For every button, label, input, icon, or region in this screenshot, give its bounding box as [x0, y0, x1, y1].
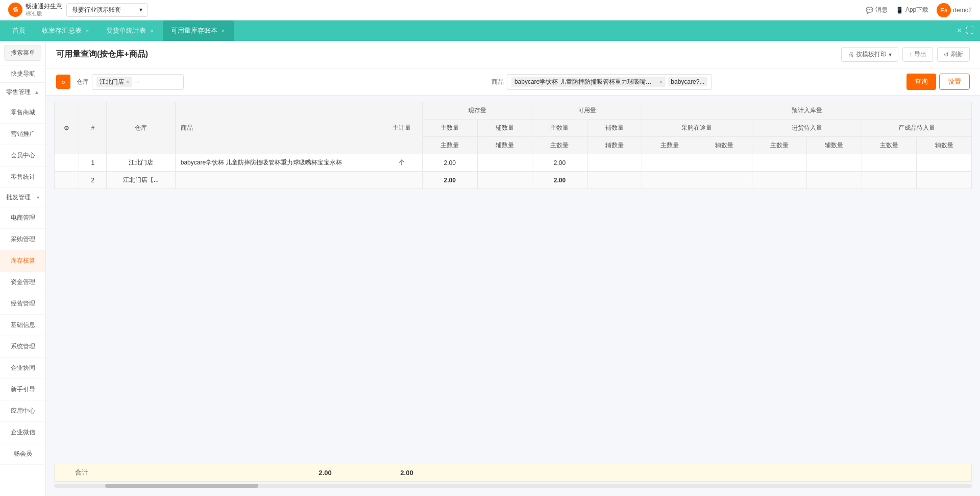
- nav-tab-actions: × ⛶: [957, 20, 976, 41]
- th-purchase-transit: 采购在途量: [642, 120, 752, 137]
- logo-text: 畅捷通好生意: [26, 3, 62, 10]
- sidebar-item-new-guide[interactable]: 新手引导: [0, 379, 45, 400]
- query-btn[interactable]: 查询: [906, 74, 936, 90]
- row2-prp-aux: [917, 172, 972, 189]
- th-product: 商品: [175, 102, 381, 154]
- product-tag-1-text: babycare学饮杯 儿童防摔防撞吸管杯重力球吸嘴杯宝宝水杯: [514, 78, 657, 86]
- horizontal-scrollbar[interactable]: [54, 484, 972, 488]
- warehouse-filter-group: 仓库 江北门店 × ···: [77, 74, 485, 90]
- logo-area: 畅 畅捷通好生意 标准版: [8, 3, 62, 17]
- sidebar-item-wholesale[interactable]: 批发管理 ▾: [0, 188, 45, 207]
- tab-home[interactable]: 首页: [4, 20, 34, 41]
- sidebar-item-operations[interactable]: 经营管理: [0, 293, 45, 315]
- row1-pp-main: [752, 154, 807, 172]
- row2-no: 2: [79, 172, 107, 189]
- product-filter-label: 商品: [492, 78, 504, 86]
- th-forecast: 预计入库量: [642, 102, 972, 120]
- tab-close-all-btn[interactable]: ×: [957, 26, 962, 35]
- table-wrap: ⚙ # 仓库 商品 主计量 现存量 可用量 预计入库量 主数量 辅数量 主数量 …: [46, 96, 980, 496]
- warehouse-filter-label: 仓库: [77, 78, 89, 86]
- tab-receivable[interactable]: 收发存汇总表 ×: [34, 20, 98, 41]
- row1-avail-aux: [587, 154, 642, 172]
- footer-stock-main: 2.00: [305, 469, 346, 477]
- message-icon: 💬: [866, 7, 873, 14]
- industry-label: 母婴行业演示账套: [72, 6, 121, 14]
- message-btn[interactable]: 💬 消息: [866, 6, 888, 14]
- row2-warehouse: 江北门店【...: [107, 172, 176, 189]
- row2-settings: [55, 172, 79, 189]
- sidebar-item-retail-stats[interactable]: 零售统计: [0, 167, 45, 188]
- sidebar-item-purchase[interactable]: 采购管理: [0, 229, 45, 250]
- sidebar-item-enterprise-wechat[interactable]: 企业微信: [0, 422, 45, 443]
- th-no: #: [79, 102, 107, 154]
- sidebar-item-marketing[interactable]: 营销推广: [0, 124, 45, 145]
- print-btn[interactable]: 🖨 按模板打印 ▾: [841, 47, 898, 62]
- sidebar-item-vip[interactable]: 畅会员: [0, 443, 45, 465]
- scrollbar-thumb[interactable]: [105, 484, 258, 488]
- logo-text-wrap: 畅捷通好生意 标准版: [26, 3, 62, 17]
- sidebar-item-system-label: 系统管理: [11, 342, 35, 351]
- row2-product: [175, 172, 381, 189]
- sidebar-quick-nav[interactable]: 快捷导航: [0, 65, 45, 83]
- sidebar-item-enterprise[interactable]: 企业协同: [0, 358, 45, 379]
- filter-toggle-btn[interactable]: »: [56, 75, 70, 89]
- product-filter-group: 商品 babycare学饮杯 儿童防摔防撞吸管杯重力球吸嘴杯宝宝水杯 × bab…: [492, 74, 900, 90]
- warehouse-ellipsis[interactable]: ···: [134, 78, 139, 85]
- row2-unit: [381, 172, 423, 189]
- print-label: 按模板打印: [856, 50, 887, 59]
- content-area: 可用量查询(按仓库+商品) 🖨 按模板打印 ▾ ↑ 导出 ↺ 刷新 »: [46, 41, 980, 496]
- row2-prp-main: [862, 172, 917, 189]
- app-download-btn[interactable]: 📱 App下载: [896, 6, 928, 14]
- tab-receivable-close[interactable]: ×: [85, 27, 90, 35]
- sidebar-item-base-info[interactable]: 基础信息: [0, 315, 45, 336]
- sidebar-item-marketing-label: 营销推广: [11, 130, 35, 138]
- th-purchase-pending: 进货待入量: [752, 120, 862, 137]
- tab-inventory-close[interactable]: ×: [220, 27, 226, 35]
- sidebar-item-retail[interactable]: 零售管理 ▲: [0, 83, 45, 102]
- th-product-pending: 产成品待入量: [862, 120, 971, 137]
- chevron-icon-2: ▾: [37, 195, 39, 200]
- logo-subtext: 标准版: [26, 10, 62, 17]
- sidebar-item-enterprise-wechat-label: 企业微信: [11, 428, 35, 437]
- message-label: 消息: [875, 6, 888, 14]
- product-tag-1-remove[interactable]: ×: [659, 79, 663, 85]
- sidebar-item-retail-mall-label: 零售商城: [11, 108, 35, 117]
- sidebar-item-system[interactable]: 系统管理: [0, 336, 45, 358]
- tab-inventory[interactable]: 可用量库存账本 ×: [163, 20, 234, 41]
- industry-selector[interactable]: 母婴行业演示账套 ▾: [66, 3, 148, 17]
- tab-requisition[interactable]: 要货单统计表 ×: [98, 20, 162, 41]
- refresh-btn[interactable]: ↺ 刷新: [937, 47, 970, 62]
- sidebar-item-app-center[interactable]: 应用中心: [0, 400, 45, 422]
- row1-pp-aux: [807, 154, 862, 172]
- sidebar-item-retail-stats-label: 零售统计: [11, 173, 35, 181]
- row2-stock-main: 2.00: [422, 172, 477, 189]
- export-btn[interactable]: ↑ 导出: [902, 47, 933, 62]
- product-tag-2-text: babycare?...: [671, 78, 704, 85]
- product-filter-input[interactable]: babycare学饮杯 儿童防摔防撞吸管杯重力球吸嘴杯宝宝水杯 × babyca…: [507, 74, 712, 90]
- tab-expand-btn[interactable]: ⛶: [966, 26, 974, 35]
- main-layout: 搜索菜单 快捷导航 零售管理 ▲ 零售商城 营销推广 会员中心 零售统计 批发管…: [0, 41, 980, 496]
- chevron-down-icon: ▾: [139, 6, 142, 13]
- th-avail-main2: 主数量: [532, 137, 587, 154]
- warehouse-tag-1-remove[interactable]: ×: [126, 79, 129, 85]
- sidebar-item-inventory-check[interactable]: 库存核算: [0, 250, 45, 272]
- logo-icon: 畅: [8, 3, 22, 17]
- sidebar-item-retail-mall[interactable]: 零售商城: [0, 102, 45, 124]
- sidebar-item-ecommerce[interactable]: 电商管理: [0, 207, 45, 229]
- row1-prp-aux: [917, 154, 972, 172]
- page-header: 可用量查询(按仓库+商品) 🖨 按模板打印 ▾ ↑ 导出 ↺ 刷新: [46, 41, 980, 68]
- setting-btn[interactable]: 设置: [939, 74, 970, 90]
- user-profile[interactable]: Ea demo2: [937, 3, 972, 17]
- page-header-actions: 🖨 按模板打印 ▾ ↑ 导出 ↺ 刷新: [841, 47, 970, 62]
- product-tag-1: babycare学饮杯 儿童防摔防撞吸管杯重力球吸嘴杯宝宝水杯 ×: [511, 77, 666, 87]
- tab-requisition-close[interactable]: ×: [149, 27, 154, 35]
- th-pit-main: 主数量: [642, 137, 697, 154]
- sidebar-search-btn[interactable]: 搜索菜单: [4, 45, 41, 61]
- sidebar-item-member[interactable]: 会员中心: [0, 145, 45, 167]
- th-avail-aux: 辅数量: [587, 120, 642, 137]
- sidebar-item-wholesale-label: 批发管理: [6, 193, 31, 202]
- top-bar: 畅 畅捷通好生意 标准版 母婴行业演示账套 ▾ 💬 消息 📱 App下载 Ea …: [0, 0, 980, 20]
- th-settings[interactable]: ⚙: [55, 102, 79, 154]
- warehouse-filter-input[interactable]: 江北门店 × ···: [92, 74, 184, 90]
- sidebar-item-finance[interactable]: 资金管理: [0, 272, 45, 293]
